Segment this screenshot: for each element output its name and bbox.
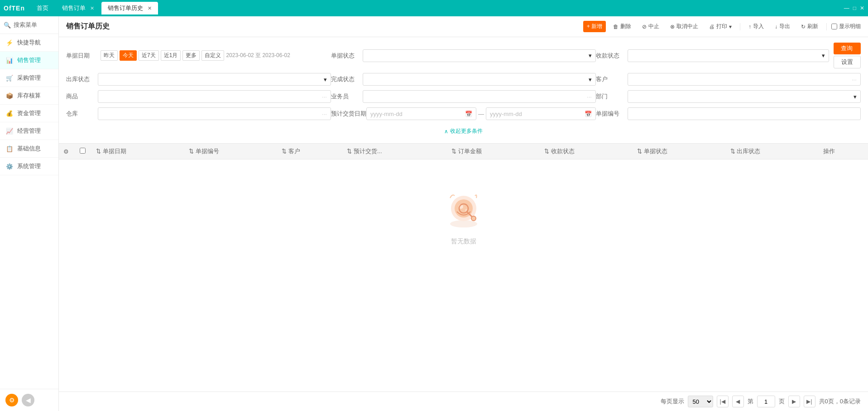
- cancel-stop-button-label: 取消中止: [676, 23, 698, 30]
- page-number-input[interactable]: [757, 396, 775, 407]
- filter-complete-status-section: 完成状态 ▾: [331, 73, 596, 86]
- dept-arrow: ▾: [854, 93, 857, 100]
- sidebar-item-inventory-label: 库存核算: [17, 92, 41, 100]
- btn-today[interactable]: 今天: [120, 50, 137, 61]
- display-detail-toggle[interactable]: 显示明细: [831, 23, 861, 30]
- page-word: 第: [748, 397, 753, 406]
- prev-page-btn[interactable]: ◀: [732, 396, 744, 407]
- sidebar-settings-btn[interactable]: ⚙: [5, 394, 18, 406]
- th-checkbox[interactable]: [75, 144, 91, 160]
- expected-date-start[interactable]: yyyy-mm-dd 📅: [366, 107, 476, 120]
- expected-date-label: 预计交货日期: [331, 110, 366, 118]
- collapse-bar[interactable]: ∧ 收起更多条件: [66, 125, 861, 138]
- refresh-button[interactable]: ↻ 刷新: [797, 21, 822, 32]
- th-order-status: ⇅ 单据状态: [633, 144, 725, 160]
- import-button[interactable]: ↑ 导入: [745, 21, 767, 32]
- warehouse-ellipsis-icon: ···: [322, 111, 327, 117]
- svg-point-0: [450, 220, 477, 227]
- sidebar-search[interactable]: 🔍 搜索菜单: [0, 16, 58, 34]
- th-amount-label: ⇅ 订单金额: [451, 148, 482, 155]
- last-page-btn[interactable]: ▶|: [804, 396, 815, 407]
- window-close[interactable]: ✕: [860, 5, 864, 11]
- tab-sales-order[interactable]: 销售订单 ✕: [56, 2, 101, 15]
- sidebar-item-finance[interactable]: 💰 资金管理: [0, 105, 58, 122]
- btn-more[interactable]: 更多: [182, 50, 200, 61]
- sidebar-item-basic-info-label: 基础信息: [17, 145, 41, 153]
- date-label: 单据日期: [66, 52, 98, 60]
- complete-status-select[interactable]: ▾: [363, 73, 596, 86]
- cancel-stop-button[interactable]: ⊗ 取消中止: [667, 21, 702, 32]
- tab-home-label: 首页: [37, 4, 48, 12]
- th-number-label: ⇅ 单据编号: [189, 148, 219, 155]
- sidebar-collapse-btn[interactable]: ◀: [22, 394, 34, 406]
- btn-custom[interactable]: 自定义: [201, 50, 224, 61]
- quick-nav-icon: ⚡: [5, 39, 14, 47]
- empty-icon: [441, 187, 486, 232]
- sidebar-item-quick-nav[interactable]: ⚡ 快捷导航: [0, 34, 58, 52]
- window-minimize[interactable]: —: [844, 5, 849, 11]
- top-bar: OfTEn 首页 销售订单 ✕ 销售订单历史 ✕ — □ ✕: [0, 0, 868, 16]
- inventory-icon: 📦: [5, 92, 14, 100]
- th-customer: ⇅ 客户: [277, 144, 342, 160]
- print-button-label: 打印: [716, 23, 727, 30]
- salesman-input[interactable]: ···: [363, 90, 596, 103]
- sidebar-item-inventory[interactable]: 📦 库存核算: [0, 87, 58, 105]
- dept-select[interactable]: ▾: [628, 90, 861, 103]
- sidebar-item-purchase-mgmt[interactable]: 🛒 采购管理: [0, 69, 58, 87]
- customer-ellipsis-icon: ···: [852, 76, 857, 83]
- th-settings[interactable]: ⚙: [59, 144, 75, 160]
- tab-sales-order-close[interactable]: ✕: [90, 5, 94, 11]
- complete-status-arrow: ▾: [589, 76, 592, 83]
- filter-area: 单据日期 昨天 今天 近7天 近1月 更多 自定义 2023-06-02 至 2…: [59, 37, 868, 144]
- btn-7days[interactable]: 近7天: [139, 50, 159, 61]
- tab-sales-order-history[interactable]: 销售订单历史 ✕: [101, 2, 158, 15]
- btn-yesterday[interactable]: 昨天: [101, 50, 118, 61]
- tab-home[interactable]: 首页: [30, 2, 55, 15]
- stop-icon: ⊘: [642, 24, 647, 30]
- th-date: ⇅ 单据日期: [91, 144, 184, 160]
- warehouse-input[interactable]: ···: [98, 107, 331, 120]
- page-size-select[interactable]: 10 20 50 100: [688, 396, 713, 407]
- sidebar-item-sales-mgmt[interactable]: 📊 销售管理: [0, 52, 58, 69]
- sidebar-item-basic-info[interactable]: 📋 基础信息: [0, 140, 58, 158]
- th-payment-status-label: ⇅ 收款状态: [544, 148, 575, 155]
- goods-input[interactable]: ···: [98, 90, 331, 103]
- system-icon: ⚙️: [5, 162, 14, 170]
- btn-1month[interactable]: 近1月: [161, 50, 181, 61]
- sidebar-item-system-mgmt[interactable]: ⚙️ 系统管理: [0, 158, 58, 175]
- query-button[interactable]: 查询: [834, 43, 861, 54]
- order-number-input[interactable]: [628, 107, 861, 120]
- tab-sales-order-history-close[interactable]: ✕: [148, 5, 152, 11]
- export-button[interactable]: ↓ 导出: [771, 21, 794, 32]
- out-status-select[interactable]: ▾: [98, 73, 331, 86]
- select-all-checkbox[interactable]: [80, 148, 86, 154]
- cancel-stop-icon: ⊗: [670, 24, 675, 30]
- next-page-btn[interactable]: ▶: [788, 396, 800, 407]
- first-page-btn[interactable]: |◀: [717, 396, 729, 407]
- th-actions-label: 操作: [823, 148, 835, 155]
- svg-point-6: [471, 216, 476, 221]
- display-detail-checkbox[interactable]: [831, 24, 837, 29]
- filter-row-3: 商品 ··· 业务员 ··· 部门 ▾: [66, 90, 861, 103]
- refresh-icon: ↻: [801, 24, 806, 30]
- new-button[interactable]: + 新增: [583, 21, 606, 32]
- refresh-button-label: 刷新: [807, 23, 818, 30]
- delete-button[interactable]: 🗑 删除: [609, 21, 635, 32]
- sidebar-item-sales-label: 销售管理: [17, 56, 41, 64]
- print-button[interactable]: 🖨 打印 ▾: [705, 21, 735, 32]
- sidebar-item-operations[interactable]: 📈 经营管理: [0, 122, 58, 140]
- filter-order-status-section: 单据状态 ▾: [331, 49, 596, 62]
- payment-status-select[interactable]: ▾: [628, 49, 829, 62]
- expected-date-end[interactable]: yyyy-mm-dd 📅: [486, 107, 596, 120]
- stop-button[interactable]: ⊘ 中止: [638, 21, 663, 32]
- order-status-select[interactable]: ▾: [363, 49, 596, 62]
- window-maximize[interactable]: □: [853, 5, 856, 11]
- filter-dept-section: 部门 ▾: [596, 90, 861, 103]
- table-head: ⚙ ⇅ 单据日期 ⇅ 单据编号 ⇅ 客户: [59, 144, 868, 160]
- settings-button[interactable]: 设置: [834, 56, 861, 68]
- basic-info-icon: 📋: [5, 145, 14, 153]
- customer-input[interactable]: ···: [628, 73, 861, 86]
- th-out-status: ⇅ 出库状态: [726, 144, 819, 160]
- filter-order-number-section: 单据编号: [596, 107, 861, 120]
- th-payment-status: ⇅ 收款状态: [540, 144, 633, 160]
